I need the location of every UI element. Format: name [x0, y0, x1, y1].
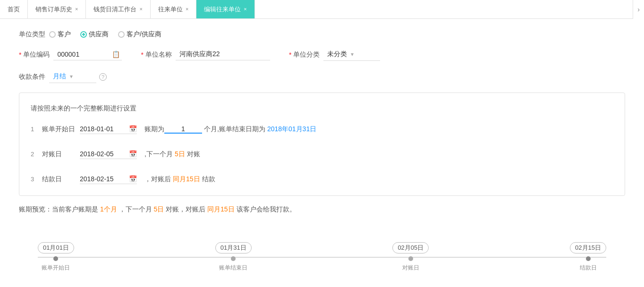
node-label-1: 账单结束日 [219, 264, 247, 272]
tab-cash-desk[interactable]: 钱货日清工作台 × [86, 0, 150, 18]
radio-supplier-label: 供应商 [89, 30, 109, 39]
node-badge-1: 01月31日 [215, 242, 252, 253]
radio-both-circle [118, 31, 125, 38]
reconcile-calendar-icon[interactable]: 📅 [129, 150, 137, 158]
start-date-suffix-pre: 账期为 [144, 125, 164, 134]
code-required-star: * [19, 51, 21, 59]
preview-reconcile-day: 5日 [153, 205, 164, 213]
payment-date-label: 结款日 [42, 175, 80, 184]
timeline-node-3: 02月15日 结款日 [570, 242, 606, 272]
payment-date-row: 3 结款日 📅 ，对账后 同月15日 结款 [31, 174, 613, 184]
start-date-input[interactable] [80, 125, 127, 133]
preview-section: 账期预览：当前客户账期是 1个月 ，下一个月 5日 对账，对账后 同月15日 该… [19, 205, 625, 214]
start-date-wrap: 📅 [80, 124, 137, 134]
payment-date-input[interactable] [80, 175, 127, 183]
reconcile-date-input[interactable] [80, 150, 127, 158]
reconcile-highlight: 5日 [175, 150, 185, 159]
node-badge-0: 01月01日 [38, 242, 74, 253]
category-value: 未分类 [327, 50, 347, 59]
category-required-star: * [289, 51, 291, 59]
tab-bar: 首页 销售订单历史 × 钱货日清工作台 × 往来单位 × 编辑往来单位 × › [0, 0, 644, 19]
node-dot-1 [231, 256, 236, 261]
timeline-nodes: 01月01日 账单开始日 01月31日 账单结束日 02月05日 对账日 02月… [19, 242, 625, 272]
name-required-star: * [141, 51, 143, 59]
payment-select[interactable]: 月结 ▾ [49, 70, 96, 83]
radio-both[interactable]: 客户/供应商 [118, 30, 161, 39]
payment-suffix: ，对账后 同月15日 结款 [144, 175, 215, 184]
radio-customer-circle [49, 31, 56, 38]
billing-end-date-value: 2018年01月31日 [267, 125, 316, 134]
payment-label: 收款条件 [19, 73, 45, 81]
radio-supplier[interactable]: 供应商 [80, 30, 109, 39]
node-dot-3 [586, 256, 591, 261]
code-field-group: * 单位编码 📋 [19, 49, 122, 60]
category-label: 单位分类 [293, 51, 320, 59]
page-content: 单位类型 客户 供应商 客户/供应商 * 单位编码 📋 [0, 19, 644, 287]
payment-dropdown-icon: ▾ [70, 73, 73, 80]
payment-highlight: 同月15日 [173, 175, 200, 184]
payment-calendar-icon[interactable]: 📅 [129, 175, 137, 183]
radio-supplier-circle [80, 31, 87, 38]
unit-type-label: 单位类型 [19, 30, 45, 39]
reconcile-date-row: 2 对账日 📅 ,下一个月 5日 对账 [31, 149, 613, 159]
close-sales-history[interactable]: × [75, 7, 78, 12]
timeline-node-1: 01月31日 账单结束日 [215, 242, 252, 272]
category-field-group: * 单位分类 未分类 ▾ [289, 48, 380, 61]
start-date-label: 账单开始日 [42, 125, 80, 134]
node-badge-2: 02月05日 [392, 242, 429, 253]
close-cash-desk[interactable]: × [139, 7, 142, 12]
tab-partner[interactable]: 往来单位 × [151, 0, 196, 18]
preview-period: 1个月 [100, 205, 117, 213]
name-label: 单位名称 [145, 51, 172, 59]
tab-home[interactable]: 首页 [0, 0, 28, 18]
close-partner[interactable]: × [186, 7, 188, 12]
reconcile-date-wrap: 📅 [80, 149, 137, 159]
timeline-node-2: 02月05日 对账日 [392, 242, 429, 272]
row-number-1: 1 [31, 126, 42, 133]
chevron-right-icon: › [637, 6, 640, 13]
tab-scroll-right[interactable]: › [633, 0, 644, 19]
timeline: 01月01日 账单开始日 01月31日 账单结束日 02月05日 对账日 02月… [19, 228, 625, 286]
start-date-calendar-icon[interactable]: 📅 [129, 125, 137, 133]
billing-start-row: 1 账单开始日 📅 账期为 个月,账单结束日期为 2018年01月31日 [31, 124, 613, 134]
row-number-3: 3 [31, 176, 42, 183]
copy-icon[interactable]: 📋 [110, 50, 122, 59]
node-badge-3: 02月15日 [570, 242, 606, 253]
node-dot-2 [408, 256, 413, 261]
payment-row: 收款条件 月结 ▾ ? [19, 70, 625, 83]
payment-value: 月结 [53, 72, 66, 81]
preview-payment-day: 同月15日 [207, 205, 235, 213]
close-edit-partner[interactable]: × [244, 7, 246, 12]
billing-section: 请按照未来的一个完整帐期进行设置 1 账单开始日 📅 账期为 个月,账单结束日期… [19, 93, 625, 196]
section-title: 请按照未来的一个完整帐期进行设置 [31, 104, 613, 113]
unit-type-radio-group: 客户 供应商 客户/供应商 [49, 30, 161, 39]
name-input[interactable] [176, 49, 270, 60]
node-dot-0 [53, 256, 58, 261]
radio-both-label: 客户/供应商 [127, 30, 161, 39]
node-label-0: 账单开始日 [42, 264, 70, 272]
help-icon[interactable]: ? [99, 73, 107, 81]
payment-date-wrap: 📅 [80, 174, 137, 184]
reconcile-date-label: 对账日 [42, 150, 80, 159]
start-date-suffix-mid: 个月,账单结束日期为 2018年01月31日 [204, 125, 316, 134]
category-dropdown-icon: ▾ [351, 51, 354, 58]
category-select[interactable]: 未分类 ▾ [323, 48, 380, 61]
radio-customer-label: 客户 [58, 30, 71, 39]
timeline-node-0: 01月01日 账单开始日 [38, 242, 74, 272]
code-input[interactable] [53, 49, 110, 60]
radio-customer[interactable]: 客户 [49, 30, 71, 39]
unit-type-row: 单位类型 客户 供应商 客户/供应商 [19, 30, 625, 39]
node-label-3: 结款日 [580, 264, 597, 272]
code-name-category-row: * 单位编码 📋 * 单位名称 * 单位分类 未分类 ▾ [19, 48, 625, 61]
tab-sales-history[interactable]: 销售订单历史 × [28, 0, 86, 18]
period-month-input[interactable] [164, 125, 202, 134]
reconcile-suffix: ,下一个月 5日 对账 [144, 150, 200, 159]
node-label-2: 对账日 [402, 264, 419, 272]
code-input-wrap: 📋 [53, 49, 122, 60]
code-label: 单位编码 [23, 51, 50, 59]
row-number-2: 2 [31, 151, 42, 158]
tab-edit-partner[interactable]: 编辑往来单位 × [196, 0, 254, 18]
name-field-group: * 单位名称 [141, 49, 270, 60]
